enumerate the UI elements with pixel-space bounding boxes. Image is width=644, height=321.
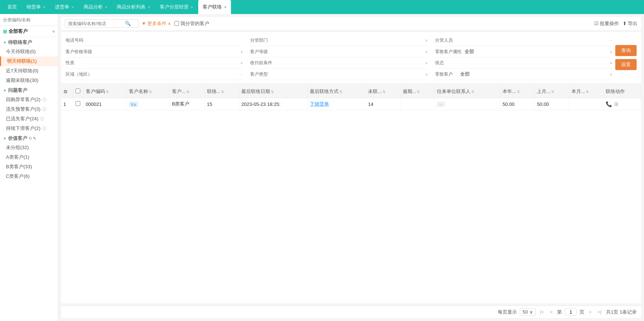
payment-select[interactable]: ∨ [275,61,427,65]
edit-icon[interactable]: ✎ [33,136,36,141]
col-last-date[interactable]: 最后联络日期⇅ [239,85,308,98]
close-icon[interactable]: × [191,5,193,9]
sidebar-item-ungrouped[interactable]: 未分组(32) [0,143,58,152]
customer-level-select[interactable]: ∨ [275,50,427,54]
col-contact-count[interactable]: 联络...⇅ [204,85,239,98]
page-suffix: 页 [580,309,584,315]
sidebar-item-today-contact[interactable]: 今天待联络(0) [0,47,58,56]
search-input[interactable] [68,21,123,26]
department-select[interactable]: ∨ [275,38,427,42]
sidebar-group-pending[interactable]: ▼ 待联络客户 [0,37,58,47]
grid-action-icon[interactable]: ⊞ [614,101,619,107]
per-page-select[interactable]: 50 ∨ [520,308,535,316]
region-select[interactable]: ··· [95,72,243,76]
manager-select[interactable]: ··· [460,38,612,42]
first-page-btn[interactable]: |< [539,308,546,315]
col-last-month[interactable]: 上月...⇅ [535,85,569,98]
close-icon[interactable]: × [105,5,107,9]
nav-tab-sales[interactable]: 销货单 × [22,0,50,14]
sidebar-search-input[interactable] [3,17,58,23]
sidebar-item-churned[interactable]: 已流失客户(24) ⓘ [0,114,58,124]
scattered-customer-select[interactable]: 全部 ∨ [460,71,612,77]
nav-tab-purchase[interactable]: 进货单 × [50,0,78,14]
prev-page-btn[interactable]: < [549,308,554,315]
col-overdue[interactable]: 逾期...⇅ [400,85,434,98]
nav-home[interactable]: 首页 [3,0,21,14]
cell-this-year: 50.00 [500,98,535,110]
filter-icon: ▼ [141,21,146,26]
sidebar-item-declining[interactable]: 持续下滑客户(2) ⓘ [0,124,58,133]
phone-action-icon[interactable]: 📞 [606,101,612,107]
region-label: 区域（地区） [66,71,92,77]
my-customers-checkbox[interactable] [174,21,179,26]
chevron-down-icon: ∨ [610,50,612,54]
batch-operations-btn[interactable]: ☑ 批量操作 [594,20,619,27]
sidebar-collapse-btn[interactable]: « [52,29,55,34]
status-select[interactable]: ∨ [460,61,612,65]
close-icon[interactable]: × [148,5,150,9]
top-navigation: 首页 销货单 × 进货单 × 商品分析 × 商品分析列表 × 客户分层经营 × … [0,0,644,14]
refresh-icon[interactable]: ↻ [29,136,32,141]
nav-tab-product-analysis[interactable]: 商品分析 × [79,0,112,14]
col-last-method[interactable]: 最后联络方式⇅ [308,85,366,98]
cell-last-method[interactable]: 下销货单 [308,98,366,110]
sidebar-item-b-class[interactable]: B类客户(33) [0,162,58,172]
col-this-month[interactable]: 本月...⇅ [569,85,603,98]
cell-uncontacted: 14 [366,98,400,110]
scattered-attr-select[interactable]: 全部 ∨ [465,48,612,55]
next-page-btn[interactable]: > [587,308,593,315]
nav-tab-customer-contact[interactable]: 客户联络 × [198,0,231,14]
col-settings[interactable]: ⚙ [61,85,73,98]
page-number-input[interactable] [565,308,577,316]
price-level-select[interactable]: ∨ [95,50,243,54]
close-icon[interactable]: × [224,5,226,9]
col-code[interactable]: 客户编码⇅ [83,85,126,98]
department-label: 分管部门 [250,37,272,44]
col-this-year[interactable]: 本年...⇅ [500,85,535,98]
info-icon: ⓘ [42,126,46,131]
settings-button[interactable]: 设置 [615,59,637,70]
cell-overdue [400,98,434,110]
cell-checkbox[interactable] [73,98,83,110]
sidebar-item-overdue-contact[interactable]: 逾期未联络(30) [0,76,58,85]
my-customers-checkbox-area: 我分管的客户 [174,20,209,27]
col-checkbox[interactable] [73,85,83,98]
table-header-row: ⚙ 客户编码⇅ 客户名称⇅ 客户...⇅ 联络...⇅ 最后联络日期⇅ 最后联络… [61,85,641,98]
sidebar-group-problem[interactable]: ▼ 问题客户 [0,85,58,95]
cell-name[interactable]: Ea [126,98,169,110]
cell-index: 1 [61,98,73,110]
sidebar-all-customers[interactable]: ⊞ 全部客户 « [0,26,58,37]
col-uncontacted[interactable]: 未联...⇅ [366,85,400,98]
sidebar-item-churn-warning[interactable]: 流失预警客户(3) ⓘ [0,104,58,114]
export-btn[interactable]: ⬆ 导出 [623,20,637,27]
sidebar-item-abnormal-repurchase[interactable]: 回购异常客户(2) ⓘ [0,95,58,104]
nature-select[interactable]: ∨ [91,61,243,65]
sidebar-item-7day-contact[interactable]: 近7天待联络(0) [0,66,58,76]
customer-type-select[interactable]: ∨ [275,72,427,76]
sidebar-item-c-class[interactable]: C类客户(6) [0,172,58,181]
col-name[interactable]: 客户名称⇅ [126,85,169,98]
query-button[interactable]: 查询 [615,45,637,56]
more-conditions-btn[interactable]: ▼ 更多条件 ∧ [141,20,171,27]
sidebar-group-value[interactable]: ▼ 价值客户 ↻ ✎ [0,133,58,143]
nav-tab-customer-segmentation[interactable]: 客户分层经营 × [155,0,197,14]
total-records: 共1页 1条记录 [606,309,637,315]
close-icon[interactable]: × [71,5,74,9]
data-table-container: ⚙ 客户编码⇅ 客户名称⇅ 客户...⇅ 联络...⇅ 最后联络日期⇅ 最后联络… [61,85,641,303]
last-page-btn[interactable]: >| [596,308,603,315]
sidebar-item-tomorrow-contact[interactable]: 明天待联络(1) [0,56,58,66]
col-type[interactable]: 客户...⇅ [169,85,204,98]
chevron-down-icon: ∨ [425,72,428,76]
phone-label: 电话号码 [66,37,88,44]
chevron-down-icon: ∨ [529,309,533,315]
close-icon[interactable]: × [43,5,45,9]
select-all-checkbox[interactable] [76,89,80,93]
col-unit-contact[interactable]: 往来单位联系人⇅ [434,85,500,98]
export-icon: ⬆ [623,21,627,26]
search-icon[interactable]: 🔍 [125,21,131,26]
sidebar-item-a-class[interactable]: A类客户(1) [0,152,58,162]
phone-input[interactable] [91,38,243,43]
filter-department: 分管部门 ∨ [250,35,427,46]
row-checkbox[interactable] [76,101,80,106]
nav-tab-product-analysis-list[interactable]: 商品分析列表 × [112,0,154,14]
